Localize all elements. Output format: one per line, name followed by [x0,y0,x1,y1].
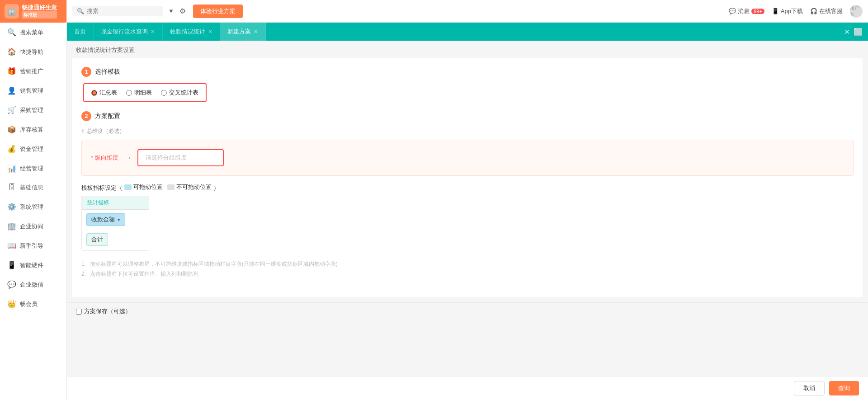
sidebar-item-purchase[interactable]: 🛒 采购管理 [0,100,66,120]
main-area: 🔍 ▼ ⚙ 体验行业方案 💬 消息 99+ 📱 App下载 🎧 在线客服 用户名 [67,0,868,400]
user-icon: 👤 [7,86,16,95]
box-icon: 📦 [7,125,16,134]
movable-legend-swatch [124,184,132,190]
download-icon: 📱 [772,8,779,14]
metrics-table: 统计指标 收款金额 ▾ 合计 [81,196,149,251]
cancel-button[interactable]: 取消 [794,381,825,395]
metrics-label: 模板指标设定（ 可拖动位置 不可拖动位置 ） [81,183,854,192]
metric-subtag-total[interactable]: 合计 [86,233,108,246]
metric-tag-shou[interactable]: 收款金额 ▾ [86,213,125,226]
money-icon: 💰 [7,145,16,153]
app-download-button[interactable]: 📱 App下载 [772,7,803,15]
chart-icon: 📊 [7,164,16,173]
fixed-legend-swatch [167,184,175,190]
step2-header: 2 方案配置 [81,111,854,121]
sidebar-item-member[interactable]: 👑 畅会员 [0,294,66,314]
footer-section: 方案保存（可选） [67,302,868,320]
save-plan-checkbox[interactable]: 方案保存（可选） [76,307,131,315]
sidebar-item-marketing[interactable]: 🎁 营销推广 [0,61,66,81]
close-window-icon[interactable]: ✕ [844,28,850,36]
sidebar-item-finance[interactable]: 💰 资金管理 [0,139,66,159]
content-area: 收款情况统计方案设置 1 选择模板 汇总表 明细表 [67,41,868,376]
user-avatar[interactable]: 用户名 [850,5,863,18]
sidebar-item-operations[interactable]: 📊 经营管理 [0,159,66,178]
tab-bank-flow[interactable]: 现金银行流水查询 ✕ [94,23,163,41]
logo-text: 畅捷通好生意 标准版 [22,4,57,19]
metrics-section-header: 统计指标 [82,196,149,210]
tips-section: 1、拖动标题栏可以调整布局，不可跨维度或指标区域拖动栏目字段(只能在同一维度或指… [81,259,854,279]
radio-detail[interactable]: 明细表 [126,89,152,97]
search-input[interactable] [87,8,155,14]
sidebar-item-guide[interactable]: 📖 新手引导 [0,236,66,255]
cart-icon: 🛒 [7,106,16,114]
metric-tag-cell[interactable]: 收款金额 ▾ [82,210,149,230]
logo-icon: 🏢 [5,4,19,19]
message-icon: 💬 [729,8,736,14]
step1-section: 1 选择模板 汇总表 明细表 交叉统计表 [81,67,854,102]
sidebar-item-system[interactable]: ⚙️ 系统管理 [0,197,66,216]
dimension-label: 汇总维度（必选） [81,127,854,135]
metric-subtag-cell[interactable]: 合计 [82,230,149,250]
service-icon: 🎧 [810,8,817,14]
chevron-down-icon: ▾ [118,217,120,223]
database-icon: 🗄 [7,184,16,192]
search-dropdown-icon[interactable]: ▼ [168,8,174,14]
action-bar: 取消 查询 [67,376,868,400]
gift-icon: 🎁 [7,67,16,75]
sidebar-item-quick-nav[interactable]: 🏠 快捷导航 [0,42,66,61]
tab-collection-stats[interactable]: 收款情况统计 ✕ [163,23,220,41]
sidebar-item-sales[interactable]: 👤 销售管理 [0,81,66,100]
sidebar-item-base-info[interactable]: 🗄 基础信息 [0,178,66,197]
tab-close-collection-stats[interactable]: ✕ [208,28,212,35]
page-body: 1 选择模板 汇总表 明细表 交叉统计表 [72,58,863,297]
hardware-icon: 📱 [7,261,16,269]
save-plan-input[interactable] [76,309,82,315]
tab-close-bank-flow[interactable]: ✕ [151,28,155,35]
search-bar[interactable]: 🔍 [72,6,163,16]
guide-icon: 📖 [7,241,16,250]
online-service-button[interactable]: 🎧 在线客服 [810,7,843,15]
gear-icon[interactable]: ⚙ [179,7,186,15]
trial-button[interactable]: 体验行业方案 [193,5,243,18]
sidebar-item-hardware[interactable]: 📱 智能硬件 [0,255,66,275]
dimension-area: * 纵向维度 → 请选择分组维度 [81,140,854,176]
template-selection-box: 汇总表 明细表 交叉统计表 [83,83,207,102]
sidebar-item-wechat[interactable]: 💬 企业微信 [0,275,66,294]
search-icon: 🔍 [77,8,84,14]
topbar-right: 💬 消息 99+ 📱 App下载 🎧 在线客服 用户名 [729,5,863,18]
tabbar-actions: ✕ ⬜ [839,23,868,41]
sidebar-logo: 🏢 畅捷通好生意 标准版 [0,0,66,23]
step1-header: 1 选择模板 [81,67,854,77]
tab-close-new-plan[interactable]: ✕ [254,28,258,35]
arrow-icon: → [124,153,132,163]
dimension-selector[interactable]: 请选择分组维度 [137,149,224,166]
maximize-icon[interactable]: ⬜ [854,28,863,36]
query-button[interactable]: 查询 [829,381,859,395]
radio-summary[interactable]: 汇总表 [91,89,117,97]
wechat-icon: 💬 [7,280,16,289]
step2-section: 2 方案配置 汇总维度（必选） * 纵向维度 → 请选择分组维度 [81,111,854,279]
tab-home[interactable]: 首页 [67,23,94,41]
home-icon: 🏠 [7,47,16,56]
tab-new-plan[interactable]: 新建方案 ✕ [220,23,266,41]
system-icon: ⚙️ [7,202,16,211]
sidebar-item-inventory[interactable]: 📦 库存核算 [0,120,66,139]
search-icon: 🔍 [7,28,16,37]
radio-cross[interactable]: 交叉统计表 [161,89,198,97]
sidebar: 🏢 畅捷通好生意 标准版 🔍 搜索菜单 🏠 快捷导航 🎁 营销推广 👤 销售管理… [0,0,67,400]
enterprise-icon: 🏢 [7,222,16,231]
breadcrumb: 收款情况统计方案设置 [67,41,868,58]
message-button[interactable]: 💬 消息 99+ [729,7,764,15]
sidebar-item-search-menu[interactable]: 🔍 搜索菜单 [0,23,66,42]
tabbar: 首页 现金银行流水查询 ✕ 收款情况统计 ✕ 新建方案 ✕ ✕ ⬜ [67,23,868,41]
topbar: 🔍 ▼ ⚙ 体验行业方案 💬 消息 99+ 📱 App下载 🎧 在线客服 用户名 [67,0,868,23]
vertical-dimension-row: * 纵向维度 → 请选择分组维度 [91,149,844,166]
sidebar-item-enterprise[interactable]: 🏢 企业协同 [0,216,66,236]
member-icon: 👑 [7,300,16,308]
